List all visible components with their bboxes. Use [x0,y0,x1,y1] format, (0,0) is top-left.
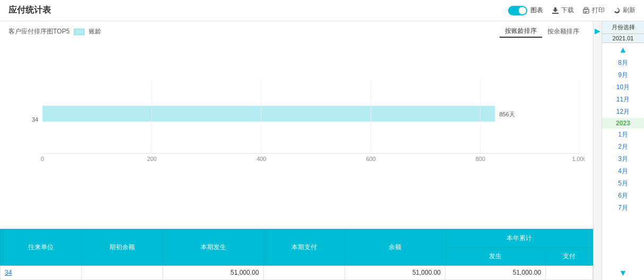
legend-box [74,29,84,35]
sidebar-header: 月份选择 [602,21,644,34]
td-col3: 51,000.00 [163,266,263,280]
svg-text:200: 200 [147,156,157,162]
month-1[interactable]: 1月 [602,129,644,141]
month-9[interactable]: 9月 [602,69,644,81]
refresh-label: 刷新 [623,6,636,15]
svg-rect-4 [585,12,587,13]
td-col1: 34 [1,266,82,280]
td-col4 [263,266,345,280]
svg-text:800: 800 [476,156,485,162]
month-3[interactable]: 3月 [602,153,644,165]
th-col2: 期初余额 [82,230,163,266]
table-header-row: 往来单位 期初余额 本期发生 本期支付 余额 本年累计 [1,230,593,248]
download-icon [552,7,559,14]
month-7[interactable]: 7月 [602,202,644,214]
sort-by-amount-button[interactable]: 按余额排序 [542,26,585,38]
legend-text: 客户应付排序图TOP5 [8,27,70,36]
th-col6-sub1: 发生 [445,248,546,266]
svg-text:1,000: 1,000 [572,156,585,162]
print-icon [582,7,590,14]
table-row: 34 51,000.00 51,000.00 51,000.00 [1,266,593,280]
td-col5: 51,000.00 [345,266,445,280]
chart-toggle[interactable] [508,6,527,15]
collapse-arrow-icon: ▶ [595,27,600,35]
download-button[interactable]: 下载 [552,6,574,15]
chart-legend: 客户应付排序图TOP5 账龄 [8,27,101,36]
header: 应付统计表 图表 下载 打印 刷新 [0,0,644,21]
month-6[interactable]: 6月 [602,190,644,202]
svg-text:0: 0 [41,156,44,162]
svg-rect-0 [552,13,559,14]
right-sidebar: 月份选择 2021.01 ▲ 8月 9月 10月 11月 12月 2023 1月… [602,21,644,280]
th-col1: 往来单位 [1,230,82,266]
data-table: 往来单位 期初余额 本期发生 本期支付 余额 本年累计 发生 支付 [0,229,593,280]
month-8[interactable]: 8月 [602,57,644,69]
month-5[interactable]: 5月 [602,177,644,190]
page-title: 应付统计表 [8,5,51,16]
refresh-icon [613,7,621,14]
month-10[interactable]: 10月 [602,81,644,94]
month-4[interactable]: 4月 [602,165,644,177]
sidebar-up-button[interactable]: ▲ [602,43,644,57]
legend-box-label: 账龄 [89,27,101,36]
svg-rect-3 [585,11,588,12]
th-col4: 本期支付 [263,230,345,266]
bar-rect [42,106,495,122]
chart-body: 34 856天 0 200 400 600 800 1,000 [0,42,593,228]
svg-text:400: 400 [256,156,266,162]
app-container: 应付统计表 图表 下载 打印 刷新 [0,0,644,280]
bar-chart: 34 856天 0 200 400 600 800 1,000 [32,42,585,191]
download-label: 下载 [561,6,574,15]
sidebar-current-date: 2021.01 [602,34,644,43]
toggle-label: 图表 [530,6,543,15]
th-col6-group: 本年累计 [445,230,593,248]
print-label: 打印 [592,6,605,15]
sidebar-down-button[interactable]: ▼ [602,266,644,280]
toggle-group: 图表 [508,6,543,15]
refresh-button[interactable]: 刷新 [613,6,636,15]
td-col6-sub1: 51,000.00 [445,266,546,280]
year-2023[interactable]: 2023 [602,118,644,129]
chart-header: 客户应付排序图TOP5 账龄 按账龄排序 按余额排序 [0,21,593,42]
sort-by-balance-button[interactable]: 按账龄排序 [500,26,542,38]
header-actions: 图表 下载 打印 刷新 [508,6,636,15]
svg-text:600: 600 [366,156,375,162]
bar-value-label: 856天 [499,111,514,117]
y-axis-label: 34 [32,116,38,123]
month-2[interactable]: 2月 [602,141,644,153]
table-section: 往来单位 期初余额 本期发生 本期支付 余额 本年累计 发生 支付 [0,228,593,280]
month-12[interactable]: 12月 [602,106,644,118]
chart-section: 客户应付排序图TOP5 账龄 按账龄排序 按余额排序 34 856天 [0,21,593,280]
td-col6-sub2 [546,266,593,280]
print-button[interactable]: 打印 [582,6,605,15]
main-content: 客户应付排序图TOP5 账龄 按账龄排序 按余额排序 34 856天 [0,21,644,280]
sidebar-collapse-button[interactable]: ▶ [593,21,602,280]
th-col3: 本期发生 [163,230,263,266]
month-11[interactable]: 11月 [602,94,644,106]
th-col5: 余额 [345,230,445,266]
sidebar-months: 8月 9月 10月 11月 12月 2023 1月 2月 3月 4月 5月 6月… [602,57,644,266]
th-col6-sub2: 支付 [546,248,593,266]
td-col2 [82,266,163,280]
chart-sort-buttons: 按账龄排序 按余额排序 [500,26,585,38]
row-link[interactable]: 34 [5,269,12,276]
